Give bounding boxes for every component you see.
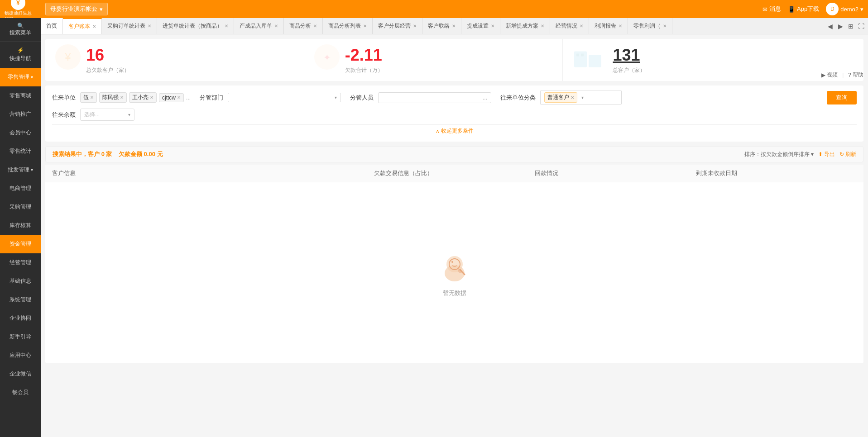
sidebar-item-retail-stats[interactable]: 零售统计 xyxy=(0,142,41,161)
tab-close-production[interactable]: ✕ xyxy=(274,24,278,28)
collapse-btn[interactable]: ∧ 收起更多条件 xyxy=(52,125,857,137)
svg-text:¥: ¥ xyxy=(64,51,71,63)
help-btn[interactable]: ? 帮助 xyxy=(848,71,863,79)
table-col-repayment: 回款情况 xyxy=(535,169,695,177)
filter-tag-wang-close[interactable]: ✕ xyxy=(150,95,153,100)
sidebar-item-new-guide[interactable]: 新手引导 xyxy=(0,328,41,346)
message-btn[interactable]: ✉ 消息 xyxy=(762,5,781,13)
sidebar-search[interactable]: 🔍 搜索菜单 xyxy=(0,18,41,42)
tab-home[interactable]: 首页 xyxy=(41,18,63,34)
table-body: 暂无数据 xyxy=(45,182,863,363)
app-download-btn[interactable]: 📱 App下载 xyxy=(788,5,819,13)
query-button[interactable]: 查询 xyxy=(827,91,857,104)
tab-close-new-promo[interactable]: ✕ xyxy=(541,24,544,28)
sidebar-item-system[interactable]: 系统管理 xyxy=(0,290,41,309)
tab-close-contact[interactable]: ✕ xyxy=(452,24,456,28)
tab-operations-status[interactable]: 经营情况 ✕ xyxy=(550,18,589,34)
stat-value-total[interactable]: 131 xyxy=(613,46,645,65)
filter-unit-class-select[interactable]: 普通客户 ✕ ▾ xyxy=(540,90,622,105)
filter-person-select[interactable]: ... xyxy=(378,92,491,103)
filter-tag-chen-close[interactable]: ✕ xyxy=(120,95,124,100)
tab-goods-analysis-list[interactable]: 商品分析列表 ✕ xyxy=(323,18,373,34)
sidebar-item-wholesale[interactable]: 批发管理▾ xyxy=(0,161,41,179)
filter-dept-label: 分管部门 xyxy=(200,94,223,102)
top-bar-selector[interactable]: 母婴行业演示帐套 ▾ xyxy=(45,3,762,15)
sidebar-item-retail-mall[interactable]: 零售商城 xyxy=(0,86,41,105)
tab-fullscreen-btn[interactable]: ⛶ xyxy=(857,22,866,31)
tab-close-goods[interactable]: ✕ xyxy=(313,24,317,28)
filter-tag-normal-close[interactable]: ✕ xyxy=(571,95,574,100)
sidebar-item-marketing[interactable]: 营销推广 xyxy=(0,105,41,124)
filter-row-2: 往来余额 选择... ▾ xyxy=(52,109,857,121)
sidebar-item-enterprise-coop[interactable]: 企业协同 xyxy=(0,309,41,328)
sidebar-item-member-center[interactable]: 会员中心 xyxy=(0,124,41,142)
svg-rect-5 xyxy=(589,55,601,67)
table-col-customer: 客户信息 xyxy=(52,169,374,177)
svg-rect-4 xyxy=(574,51,587,67)
svg-point-12 xyxy=(451,261,453,263)
tab-close-promotion[interactable]: ✕ xyxy=(491,24,494,28)
stat-label-amount: 欠款合计（万） xyxy=(345,66,383,74)
export-btn[interactable]: ⬆ 导出 xyxy=(818,151,835,158)
filter-tags-unit: 伍 ✕ 陈民强 ✕ 王小亮 ✕ xyxy=(80,92,191,103)
quick-nav-icon: ⚡ xyxy=(17,47,24,53)
tab-close-goods-list[interactable]: ✕ xyxy=(363,24,367,28)
tab-next-btn[interactable]: ▶ xyxy=(836,22,845,31)
tab-inbound-stats[interactable]: 进货单统计表（按商品） ✕ xyxy=(157,18,234,34)
stat-actions: ▶ 视频 | ? 帮助 xyxy=(821,71,863,81)
tab-profit-report[interactable]: 利润报告 ✕ xyxy=(589,18,628,34)
tab-promotion-settings[interactable]: 提成设置 ✕ xyxy=(461,18,500,34)
tab-close-tier[interactable]: ✕ xyxy=(413,24,417,28)
tab-bar: 首页 客户账本 ✕ 采购订单统计表 ✕ 进货单统计表（按商品） ✕ 产成品入库单… xyxy=(41,18,868,34)
help-icon: ? xyxy=(848,72,851,78)
filter-more-tags[interactable]: ... xyxy=(186,95,191,101)
tab-customer-accounts[interactable]: 客户账本 ✕ xyxy=(63,18,102,34)
tab-production-inbound[interactable]: 产成品入库单 ✕ xyxy=(234,18,284,34)
tab-close-ops[interactable]: ✕ xyxy=(580,24,583,28)
tab-customer-tier[interactable]: 客户分层经营 ✕ xyxy=(373,18,422,34)
tab-close-purchase[interactable]: ✕ xyxy=(148,24,151,28)
tab-close-profit[interactable]: ✕ xyxy=(619,24,622,28)
results-bar: 搜索结果中，客户 0 家 欠款金额 0.00 元 排序：按欠款金额倒序排序 ▾ xyxy=(45,146,863,162)
stat-label-total: 总客户（家） xyxy=(613,66,645,74)
filter-tag-cjttcw-close[interactable]: ✕ xyxy=(177,95,181,100)
filter-tag-wu-close[interactable]: ✕ xyxy=(90,95,94,100)
collapse-icon: ∧ xyxy=(436,128,440,134)
tab-customer-contact[interactable]: 客户联络 ✕ xyxy=(422,18,461,34)
filter-person-label: 分管人员 xyxy=(350,94,374,102)
customer-bg-icon: ¥ xyxy=(54,43,82,71)
company-selector[interactable]: 母婴行业演示帐套 ▾ xyxy=(45,3,108,15)
filter-remainder-select[interactable]: 选择... ▾ xyxy=(80,109,134,121)
sidebar-item-finance[interactable]: 资金管理 xyxy=(0,235,41,253)
tab-close-inbound[interactable]: ✕ xyxy=(225,24,228,28)
filter-tag-normal-customer: 普通客户 ✕ xyxy=(544,92,577,103)
tab-close-customer-accounts[interactable]: ✕ xyxy=(92,24,96,29)
table-col-due-date: 到期未收款日期 xyxy=(696,169,857,177)
sidebar-item-base-info[interactable]: 基础信息 xyxy=(0,272,41,290)
filter-tag-chen: 陈民强 ✕ xyxy=(99,92,127,103)
filter-person-clear[interactable]: ... xyxy=(483,95,487,101)
refresh-btn[interactable]: ↻ 刷新 xyxy=(839,151,856,158)
user-menu[interactable]: D demo2 ▾ xyxy=(826,3,863,15)
tab-close-retail-profit[interactable]: ✕ xyxy=(663,24,667,28)
tab-more-btn[interactable]: ⊞ xyxy=(846,22,855,31)
tab-bar-controls: ◀ ▶ ⊞ ⛶ xyxy=(823,22,868,31)
sidebar-item-ecommerce[interactable]: 电商管理 xyxy=(0,179,41,198)
tab-new-promotion[interactable]: 新增提成方案 ✕ xyxy=(500,18,550,34)
sidebar-item-retail-manage[interactable]: 零售管理▾ xyxy=(0,68,41,86)
sidebar-item-vip-member[interactable]: 畅会员 xyxy=(0,383,41,402)
tab-goods-analysis[interactable]: 商品分析 ✕ xyxy=(284,18,323,34)
sidebar-item-app-center[interactable]: 应用中心 xyxy=(0,346,41,365)
tab-purchase-order-stats[interactable]: 采购订单统计表 ✕ xyxy=(102,18,157,34)
tab-prev-btn[interactable]: ◀ xyxy=(825,22,834,31)
filter-dept-select[interactable]: ▾ xyxy=(228,93,341,102)
sidebar-item-inventory[interactable]: 库存核算 xyxy=(0,216,41,235)
results-sort[interactable]: 排序：按欠款金额倒序排序 ▾ xyxy=(744,151,814,158)
sidebar-item-quick-nav[interactable]: ⚡ 快捷导航 xyxy=(0,42,41,68)
filter-tag-cjttcw: cjttcw ✕ xyxy=(159,93,184,102)
sidebar-item-operations[interactable]: 经营管理 xyxy=(0,253,41,272)
tab-retail-profit[interactable]: 零售利润（ ✕ xyxy=(628,18,672,34)
sidebar-item-enterprise-wechat[interactable]: 企业微信 xyxy=(0,365,41,383)
sidebar-item-purchase[interactable]: 采购管理 xyxy=(0,198,41,216)
video-btn[interactable]: ▶ 视频 xyxy=(821,71,838,79)
